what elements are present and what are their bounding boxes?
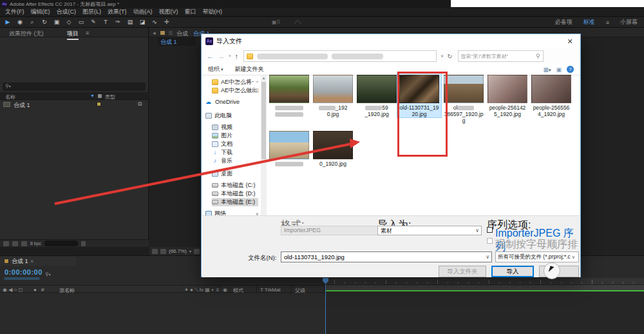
scrollbar-thumb[interactable] [261, 82, 266, 159]
file-item-0[interactable] [267, 73, 311, 117]
label-color-chip[interactable] [97, 102, 101, 106]
zoom-caret-icon[interactable]: ▾ [189, 249, 191, 253]
puppet-pin-tool-icon[interactable]: ✛ [163, 19, 171, 26]
address-caret-icon[interactable]: ∨ [440, 54, 444, 59]
snap-icon[interactable]: ▣⠿ [272, 19, 280, 25]
file-item-7[interactable] [267, 129, 311, 167]
pen-tool-icon[interactable]: ✎ [90, 19, 97, 26]
sidebar-scrollbar[interactable]: ▲ ▼ [261, 75, 267, 238]
views-icon[interactable]: ▦▾ [543, 66, 551, 73]
file-item-1[interactable]: _1920.jpg [311, 73, 355, 117]
bit-depth[interactable]: 8 bpc [30, 241, 41, 246]
av-features-icons[interactable]: ◉ ◀ ○ ◻ [3, 287, 23, 293]
back-icon[interactable]: ← [207, 52, 214, 60]
time-ruler[interactable] [325, 278, 644, 285]
timeline-search-input[interactable]: ⚲▾ [45, 271, 51, 277]
eraser-tool-icon[interactable]: ◪ [138, 19, 146, 26]
menu-item-8[interactable]: 帮助(H) [203, 8, 223, 16]
file-item-8[interactable]: 0_1920.jpg [311, 129, 355, 167]
sidebar-item-2[interactable]: ☁OneDrive [205, 99, 258, 105]
scroll-up-icon[interactable]: ▲ [261, 75, 267, 81]
menu-item-1[interactable]: 编辑(E) [31, 8, 50, 16]
mode-column[interactable]: 模式 [233, 287, 243, 294]
import-as-select[interactable]: 素材∨ [377, 226, 482, 235]
project-item-row[interactable]: 合成 1 ⧉ [0, 100, 149, 109]
sidebar-item-7[interactable]: ↓下载 [212, 148, 258, 157]
tab-scroll-left-icon[interactable]: ◂ [153, 30, 156, 36]
sidebar-item-1[interactable]: AE中怎么做出闪 [212, 86, 258, 95]
hand-tool-icon[interactable]: ◉ [16, 19, 24, 26]
menu-item-4[interactable]: 效果(T) [108, 8, 127, 16]
sidebar-item-4[interactable]: 视频 [212, 123, 258, 132]
filename-input[interactable]: old-1130731_1920.jpg∨ [281, 251, 492, 262]
zoom-tool-icon[interactable]: ⌕ [28, 19, 36, 26]
zoom-level[interactable]: (66.7%) [169, 248, 187, 254]
menu-item-3[interactable]: 图层(L) [82, 8, 101, 16]
tab-project[interactable]: 项目 [67, 30, 79, 40]
menu-item-7[interactable]: 窗口 [185, 8, 196, 16]
workspace-item-left[interactable]: 必备项 [555, 18, 573, 26]
project-search-input[interactable]: ⚲▾ [3, 83, 146, 91]
workspace-item-active[interactable]: 标准 [583, 18, 595, 26]
track-area[interactable] [325, 291, 644, 334]
new-folder-button[interactable]: 新建文件夹 [235, 65, 264, 74]
project-item-name[interactable]: 合成 1 [14, 101, 30, 110]
mask-mode-icon[interactable]: ⟋⟍ [294, 19, 301, 26]
type-tool-icon[interactable]: T [102, 19, 109, 26]
up-icon[interactable]: ↑ [235, 52, 239, 60]
lock-icon[interactable]: ⚿ [169, 30, 173, 37]
workspace-menu-icon[interactable]: ≡ [606, 19, 609, 26]
clone-stamp-tool-icon[interactable]: ▤ [126, 19, 134, 26]
menu-item-5[interactable]: 动画(A) [133, 8, 153, 16]
sidebar-item-3[interactable]: 此电脑 [205, 112, 258, 120]
interpret-footage-icon[interactable] [3, 241, 9, 246]
comp-viewer-flyout[interactable]: 合成 1 [158, 37, 195, 46]
selection-tool-icon[interactable]: ▶ [4, 19, 12, 26]
label-column-icon[interactable]: ● [33, 287, 37, 293]
shape-tool-icon[interactable]: ▭ [77, 19, 85, 26]
new-comp-icon[interactable] [21, 241, 27, 246]
import-button[interactable]: 导入 [491, 266, 534, 277]
sidebar-item-10[interactable]: 本地磁盘 (C:) [212, 181, 258, 190]
filetype-select[interactable]: 所有可接受的文件 (*.prproj;*.c ∨ [495, 251, 579, 262]
file-item-6[interactable]: people-2565564_1920.jpg [529, 73, 573, 117]
import-folder-button[interactable]: 导入文件夹 [439, 266, 486, 277]
trkmat-column[interactable]: T TrkMat [260, 287, 280, 293]
sidebar-item-8[interactable]: ♪音乐 [212, 157, 258, 165]
camera-tool-icon[interactable]: ▣ [53, 19, 61, 26]
sidebar-item-5[interactable]: 图片 [212, 132, 258, 140]
menu-item-6[interactable]: 视图(V) [159, 8, 178, 16]
address-breadcrumb[interactable] [243, 50, 437, 62]
sequence-checkbox[interactable] [487, 227, 493, 233]
refresh-icon[interactable]: ↻ [447, 53, 452, 60]
dialog-search-box[interactable]: 搜索“第7课数字素材” ⚲ [458, 50, 544, 62]
grid-options-icon[interactable] [194, 249, 200, 254]
file-item-4[interactable]: ol386597_1920.jpg [442, 73, 486, 124]
sidebar-item-9[interactable]: 桌面 [212, 170, 258, 178]
sidebar-item-0[interactable]: AE中怎么将一张^ [212, 78, 258, 86]
menu-item-2[interactable]: 合成(C) [57, 8, 77, 16]
magnification-icon[interactable] [160, 249, 166, 254]
file-item-2[interactable]: 59_1920.jpg [355, 73, 399, 117]
label-column-icon[interactable] [98, 94, 102, 98]
sidebar-expander-icon[interactable]: ^ [256, 80, 258, 84]
blend-icon[interactable]: ◉ [223, 287, 227, 293]
new-folder-icon[interactable] [12, 241, 18, 246]
roto-brush-tool-icon[interactable]: ∿ [151, 19, 158, 26]
panel-menu-icon[interactable]: ≡ [86, 30, 89, 36]
dialog-titlebar[interactable]: Ae 导入文件 [202, 34, 580, 48]
parent-column[interactable]: 父级 [295, 287, 305, 294]
menu-item-0[interactable]: 文件(F) [5, 8, 24, 16]
trash-icon[interactable] [81, 241, 86, 246]
switches-icons[interactable]: ✦ ● ⟍ fx ▦ ◐ ⊘ [184, 287, 220, 293]
brush-tool-icon[interactable]: ✑ [114, 19, 122, 26]
tab-effect-controls[interactable]: 效果控件 (无) [9, 30, 44, 38]
forward-icon[interactable]: → [218, 52, 225, 60]
help-icon[interactable]: ? [567, 66, 574, 73]
timeline-tab[interactable]: 合成 1 ≡ [0, 257, 76, 266]
dialog-close-button[interactable]: ✕ [560, 34, 580, 48]
source-name-column[interactable]: 源名称 [59, 287, 75, 294]
layer-number-column[interactable]: # [41, 287, 44, 293]
preview-pane-icon[interactable]: ▣ [556, 66, 562, 73]
rotation-tool-icon[interactable]: ↻ [41, 19, 48, 26]
